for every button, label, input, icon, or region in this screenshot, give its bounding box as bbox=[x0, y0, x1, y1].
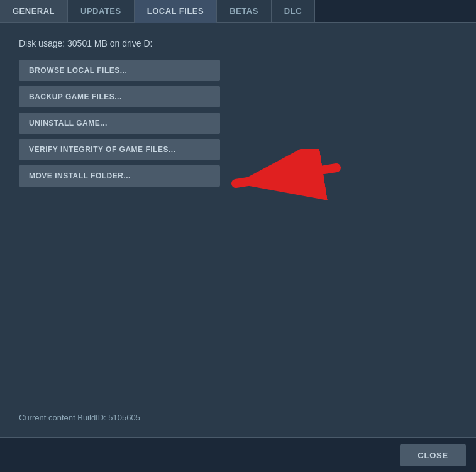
build-id-label: Current content BuildID: 5105605 bbox=[19, 413, 140, 422]
arrow-annotation bbox=[223, 149, 349, 212]
tab-updates[interactable]: UPDATES bbox=[68, 0, 135, 22]
verify-integrity-button[interactable]: VERIFY INTEGRITY OF GAME FILES... bbox=[19, 139, 220, 160]
disk-usage-label: Disk usage: 30501 MB on drive D: bbox=[19, 38, 457, 48]
tab-dlc[interactable]: DLC bbox=[272, 0, 315, 22]
uninstall-game-button[interactable]: UNINSTALL GAME... bbox=[19, 113, 220, 134]
tab-betas[interactable]: BETAS bbox=[217, 0, 272, 22]
footer: CLOSE bbox=[0, 437, 476, 472]
tab-bar: GENERALUPDATESLOCAL FILESBETASDLC bbox=[0, 0, 476, 23]
tab-local-files[interactable]: LOCAL FILES bbox=[135, 0, 217, 23]
browse-local-files-button[interactable]: BROWSE LOCAL FILES... bbox=[19, 60, 220, 81]
move-install-folder-button[interactable]: MOVE INSTALL FOLDER... bbox=[19, 165, 220, 187]
main-content: Disk usage: 30501 MB on drive D: BROWSE … bbox=[0, 23, 476, 437]
close-button[interactable]: CLOSE bbox=[400, 444, 466, 466]
svg-line-1 bbox=[236, 168, 336, 184]
tab-general[interactable]: GENERAL bbox=[0, 0, 68, 22]
backup-game-files-button[interactable]: BACKUP GAME FILES... bbox=[19, 86, 220, 107]
buttons-section: BROWSE LOCAL FILES...BACKUP GAME FILES..… bbox=[19, 60, 220, 187]
